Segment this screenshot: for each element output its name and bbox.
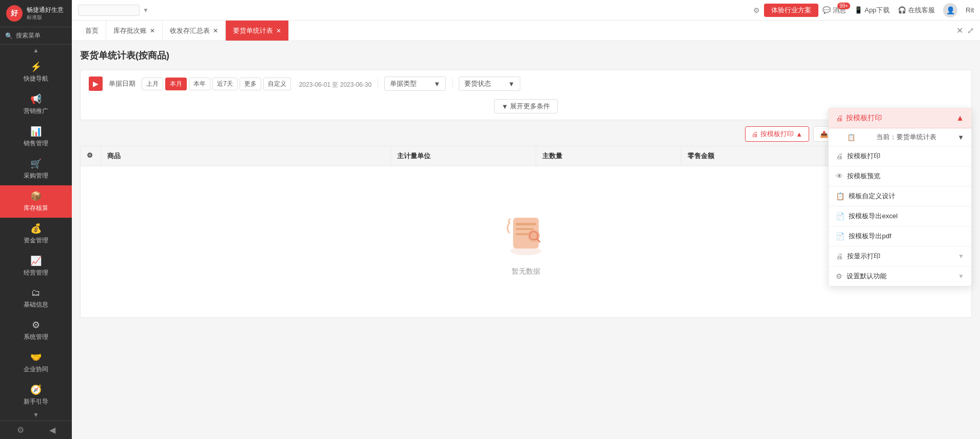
- tab-expand-icon[interactable]: ⤢: [967, 26, 974, 35]
- sidebar-nav: ⚡快捷导航📢营销推广📊销售管理🛒采购管理📦库存核算💰资金管理📈经营管理🗂基础信息…: [0, 56, 72, 409]
- sidebar-item-marketing[interactable]: 📢营销推广: [0, 88, 72, 121]
- sidebar-item-operation[interactable]: 📈经营管理: [0, 250, 72, 282]
- print-current-arrow: ▼: [957, 133, 964, 141]
- breadcrumb: ▼: [78, 5, 749, 16]
- online-service-item[interactable]: 🎧 在线客服: [898, 6, 935, 15]
- message-badge: 99+: [837, 3, 850, 9]
- date-btn-last-month[interactable]: 上月: [142, 78, 163, 90]
- nav-icon-sales: 📊: [30, 126, 42, 137]
- tab-order-stats[interactable]: 要货单统计表 ✕: [226, 21, 289, 41]
- col-product: 商品: [101, 146, 391, 166]
- username: Rit: [966, 6, 974, 14]
- bill-type-dropdown-icon: ▼: [434, 80, 440, 88]
- date-btn-this-month[interactable]: 本月: [165, 78, 187, 90]
- sidebar-scroll-down[interactable]: ▼: [0, 409, 72, 421]
- col-settings[interactable]: ⚙: [81, 146, 101, 166]
- date-btn-this-year[interactable]: 本年: [189, 78, 210, 90]
- nav-icon-basic: 🗂: [31, 288, 41, 298]
- nav-icon-system: ⚙: [32, 319, 40, 331]
- print-item-icon-5: 📄: [836, 232, 845, 240]
- tab-collection[interactable]: 收发存汇总表 ✕: [163, 21, 226, 41]
- messages-item[interactable]: 💬 消息 99+: [822, 6, 846, 15]
- app-download-icon: 📱: [854, 6, 863, 14]
- date-btn-7days[interactable]: 近7天: [212, 78, 238, 90]
- nav-icon-purchase: 🛒: [30, 158, 42, 169]
- print-item-icon-3: 📋: [836, 192, 845, 200]
- app-name: 畅捷通好生意 标准版: [27, 6, 64, 22]
- sidebar-item-system[interactable]: ⚙系统管理: [0, 314, 72, 347]
- app-download-item[interactable]: 📱 App下载: [854, 6, 890, 15]
- date-btn-custom[interactable]: 自定义: [263, 78, 291, 90]
- sidebar-search[interactable]: 🔍 搜索菜单: [0, 27, 72, 45]
- breadcrumb-dropdown-icon[interactable]: ▼: [143, 7, 149, 14]
- expand-more-btn[interactable]: ▼ 展开更多条件: [494, 99, 558, 113]
- sidebar-item-purchase[interactable]: 🛒采购管理: [0, 153, 72, 185]
- main-area: ▼ ⚙ 体验行业方案 💬 消息 99+ 📱 App下载 🎧 在线客服 👤 Rit…: [72, 0, 980, 439]
- sidebar-logo: 好 畅捷通好生意 标准版: [0, 0, 72, 27]
- print-item-icon-2: 👁: [836, 172, 843, 180]
- breadcrumb-input[interactable]: [78, 5, 140, 16]
- col-unit: 主计量单位: [391, 146, 536, 166]
- sidebar-footer: ⚙ ◀: [0, 421, 72, 439]
- nav-icon-finance: 💰: [30, 223, 42, 234]
- sidebar-item-shortcut[interactable]: ⚡快捷导航: [0, 56, 72, 88]
- bill-type-select[interactable]: 单据类型 ▼: [384, 77, 446, 91]
- tab-close-all-icon[interactable]: ✕: [956, 26, 963, 35]
- print-dropdown-panel: 🖨 按模板打印 ▲ 📋 当前：要货单统计表 ▼ 🖨 按模板打印 👁: [828, 108, 972, 287]
- filter-expand-icon[interactable]: ▶: [89, 77, 103, 91]
- topbar-gear-icon[interactable]: ⚙: [753, 6, 760, 14]
- trial-industry-button[interactable]: 体验行业方案: [764, 4, 818, 17]
- print-item-icon-1: 🖨: [836, 152, 843, 160]
- search-icon: 🔍: [5, 32, 13, 40]
- nav-icon-inventory: 📦: [30, 190, 42, 202]
- order-status-select[interactable]: 要货状态 ▼: [459, 77, 520, 91]
- page-content: 要货单统计表(按商品) ▶ 单据日期 上月 本月 本年 近7天 更多 自定义 2…: [72, 41, 980, 439]
- avatar[interactable]: 👤: [943, 3, 957, 17]
- sidebar-scroll-up[interactable]: ▲: [0, 45, 72, 56]
- set-default-arrow: ▼: [958, 273, 964, 280]
- print-template-export-excel-item[interactable]: 📄 按模板导出excel: [829, 206, 971, 226]
- filter-divider2: [452, 79, 453, 89]
- date-label: 单据日期: [109, 79, 135, 88]
- empty-text: 暂无数据: [512, 267, 540, 276]
- tabs-right-controls: ✕ ⤢: [956, 26, 974, 35]
- collapse-icon[interactable]: ◀: [49, 425, 55, 435]
- sidebar-item-inventory[interactable]: 📦库存核算: [0, 185, 72, 218]
- sidebar-item-collab[interactable]: 🤝企业协同: [0, 347, 72, 379]
- print-set-default-item[interactable]: ⚙ 设置默认功能 ▼: [829, 266, 971, 286]
- filter-divider: [378, 79, 378, 89]
- print-icon: 🖨: [752, 130, 758, 138]
- search-menu-button[interactable]: 🔍 搜索菜单: [5, 31, 67, 40]
- print-template-design-item[interactable]: 📋 模板自定义设计: [829, 186, 971, 206]
- print-dropdown-close-btn[interactable]: ▲: [956, 113, 964, 123]
- sidebar-item-sales[interactable]: 📊销售管理: [0, 121, 72, 153]
- print-current-template[interactable]: 📋 当前：要货单统计表 ▼: [829, 128, 971, 146]
- print-display-print-item[interactable]: 🖨 按显示打印 ▼: [829, 246, 971, 266]
- expand-icon: ▼: [502, 103, 508, 110]
- export-icon: 📤: [820, 130, 828, 138]
- tab-close-collection[interactable]: ✕: [213, 27, 218, 34]
- tab-batch[interactable]: 库存批次账 ✕: [106, 21, 163, 41]
- print-item-icon-6: 🖨: [836, 252, 843, 260]
- print-button[interactable]: 🖨 按模板打印 ▲: [745, 126, 809, 142]
- tabs-bar: 首页 库存批次账 ✕ 收发存汇总表 ✕ 要货单统计表 ✕ ✕ ⤢: [72, 21, 980, 41]
- tab-home[interactable]: 首页: [78, 21, 106, 41]
- print-template-print-item[interactable]: 🖨 按模板打印: [829, 146, 971, 166]
- order-status-label: 要货状态: [464, 79, 491, 88]
- display-print-arrow: ▼: [958, 253, 964, 260]
- print-template-preview-item[interactable]: 👁 按模板预览: [829, 166, 971, 186]
- sidebar-item-basic[interactable]: 🗂基础信息: [0, 282, 72, 314]
- print-template-export-pdf-item[interactable]: 📄 按模板导出pdf: [829, 226, 971, 246]
- date-btn-more[interactable]: 更多: [240, 78, 261, 90]
- sidebar-item-finance[interactable]: 💰资金管理: [0, 218, 72, 250]
- topbar-right: 💬 消息 99+ 📱 App下载 🎧 在线客服 👤 Rit: [822, 3, 974, 17]
- tab-close-order-stats[interactable]: ✕: [276, 27, 281, 34]
- print-item-icon-4: 📄: [836, 212, 845, 220]
- headset-icon: 🎧: [898, 6, 906, 14]
- tab-close-batch[interactable]: ✕: [150, 27, 155, 34]
- filter-row: ▶ 单据日期 上月 本月 本年 近7天 更多 自定义 2023-06-01 至 …: [89, 77, 963, 91]
- col-quantity: 主数量: [536, 146, 681, 166]
- print-dropdown-title-icon: 🖨: [836, 114, 843, 122]
- settings-footer-icon[interactable]: ⚙: [17, 425, 24, 435]
- sidebar-item-guide[interactable]: 🧭新手引导: [0, 379, 72, 409]
